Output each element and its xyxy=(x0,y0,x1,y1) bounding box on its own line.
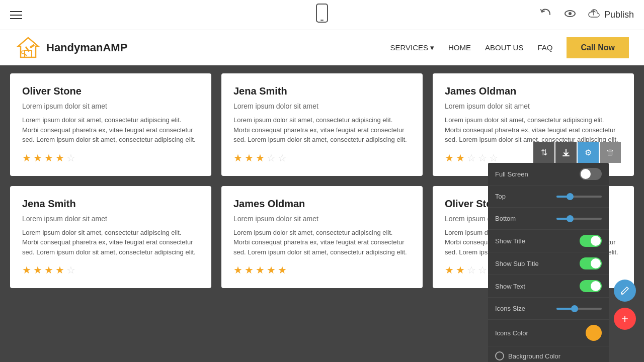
nav-area: SERVICES ▾ HOME ABOUT US FAQ Call Now xyxy=(390,37,629,58)
star-3: ☆ xyxy=(467,264,476,276)
setting-bottom: Bottom xyxy=(488,208,609,230)
bg-color-radio[interactable] xyxy=(495,351,504,360)
star-3: ★ xyxy=(44,264,53,276)
star-3: ★ xyxy=(44,152,53,164)
show-title-toggle[interactable] xyxy=(580,235,602,247)
svg-marker-4 xyxy=(18,38,38,57)
element-toolbar: ⇅ ⚙ 🗑 xyxy=(533,142,621,163)
star-1: ★ xyxy=(445,264,454,276)
settings-panel: Full Screen Top Bottom xyxy=(488,163,609,362)
star-5: ☆ xyxy=(489,152,498,164)
card-subtitle: Lorem ipsum dolor sit amet xyxy=(22,102,199,110)
cloud-icon xyxy=(587,8,600,22)
settings-gear-button[interactable]: ⚙ xyxy=(578,142,599,163)
settings-scroll[interactable]: Full Screen Top Bottom xyxy=(488,163,609,362)
review-card: Jena Smith Lorem ipsum dolor sit amet Lo… xyxy=(221,73,423,176)
publish-button[interactable]: Publish xyxy=(587,8,634,22)
preview-icon[interactable] xyxy=(563,7,577,24)
svg-rect-0 xyxy=(316,4,328,22)
star-4: ★ xyxy=(55,152,64,164)
toolbar-left xyxy=(10,11,22,19)
site-header: HandymanAMP SERVICES ▾ HOME ABOUT US FAQ… xyxy=(0,30,644,65)
card-text: Lorem ipsum dolor sit amet, consectetur … xyxy=(233,228,411,257)
show-text-label: Show Text xyxy=(495,283,525,290)
star-2: ★ xyxy=(456,152,465,164)
bottom-slider[interactable] xyxy=(556,218,602,220)
publish-label: Publish xyxy=(604,10,634,20)
add-float-button[interactable]: + xyxy=(614,308,636,330)
card-subtitle: Lorem ipsum dolor sit amet xyxy=(22,215,199,223)
hamburger-menu[interactable] xyxy=(10,11,22,19)
setting-icons-color: Icons Color xyxy=(488,320,609,346)
setting-bg-color[interactable]: Background Color xyxy=(488,346,609,362)
main-content: Oliver Stone Lorem ipsum dolor sit amet … xyxy=(0,65,644,362)
review-card: Oliver Stone Lorem ipsum dolor sit amet … xyxy=(10,73,211,176)
star-4: ☆ xyxy=(267,152,276,164)
setting-show-subtitle: Show Sub Title xyxy=(488,252,609,275)
card-text: Lorem ipsum dolor sit amet, consectetur … xyxy=(22,115,199,145)
undo-icon[interactable] xyxy=(539,7,553,24)
card-subtitle: Lorem ipsum dolor sit amet xyxy=(233,215,411,223)
star-4: ★ xyxy=(55,264,64,276)
site-brand-name: HandymanAMP xyxy=(46,41,127,54)
star-5: ☆ xyxy=(66,264,75,276)
card-text: Lorem ipsum dolor sit amet, consectetur … xyxy=(445,115,622,145)
star-5: ☆ xyxy=(66,152,75,164)
top-slider[interactable] xyxy=(556,196,602,198)
download-button[interactable] xyxy=(555,142,577,163)
nav-services[interactable]: SERVICES ▾ xyxy=(390,43,434,52)
edit-float-button[interactable] xyxy=(614,280,636,302)
star-rating: ★★★★☆ xyxy=(22,152,199,164)
phone-device-icon xyxy=(314,4,330,26)
card-subtitle: Lorem ipsum dolor sit amet xyxy=(445,102,622,110)
star-1: ★ xyxy=(22,264,31,276)
star-4: ★ xyxy=(267,264,276,276)
card-name: Jena Smith xyxy=(233,85,411,97)
star-2: ★ xyxy=(33,152,42,164)
star-5: ★ xyxy=(278,264,287,276)
top-label: Top xyxy=(495,193,506,200)
star-4: ☆ xyxy=(478,152,487,164)
nav-home[interactable]: HOME xyxy=(448,43,471,52)
card-name: Oliver Stone xyxy=(22,85,199,97)
card-text: Lorem ipsum dolor sit amet, consectetur … xyxy=(22,228,199,257)
icons-size-label: Icons Size xyxy=(495,305,525,312)
sort-button[interactable]: ⇅ xyxy=(533,142,554,163)
icons-color-picker[interactable] xyxy=(586,325,602,341)
card-subtitle: Lorem ipsum dolor sit amet xyxy=(233,102,411,110)
delete-button[interactable]: 🗑 xyxy=(600,142,621,163)
call-now-button[interactable]: Call Now xyxy=(567,37,629,58)
star-3: ★ xyxy=(256,152,265,164)
star-3: ★ xyxy=(256,264,265,276)
toolbar-center xyxy=(314,4,330,26)
full-screen-toggle[interactable] xyxy=(580,168,602,180)
show-subtitle-toggle[interactable] xyxy=(580,257,602,269)
star-3: ☆ xyxy=(467,152,476,164)
review-card: James Oldman Lorem ipsum dolor sit amet … xyxy=(221,186,423,289)
logo-area: HandymanAMP xyxy=(15,35,127,61)
show-text-toggle[interactable] xyxy=(580,280,602,292)
review-card: Jena Smith Lorem ipsum dolor sit amet Lo… xyxy=(10,186,211,289)
setting-top: Top xyxy=(488,186,609,208)
plus-icon: + xyxy=(621,312,628,326)
star-rating: ★★★★★ xyxy=(233,264,411,276)
star-2: ★ xyxy=(456,264,465,276)
star-rating: ★★★☆☆ xyxy=(233,152,411,164)
chevron-down-icon: ▾ xyxy=(430,43,434,52)
nav-faq[interactable]: FAQ xyxy=(537,43,552,52)
nav-about-us[interactable]: ABOUT US xyxy=(485,43,523,52)
setting-icons-size: Icons Size xyxy=(488,298,609,320)
svg-point-3 xyxy=(569,12,572,15)
top-toolbar: Publish xyxy=(0,0,644,30)
bottom-label: Bottom xyxy=(495,215,516,222)
card-name: Jena Smith xyxy=(22,198,199,210)
show-subtitle-label: Show Sub Title xyxy=(495,260,539,267)
show-title-label: Show Title xyxy=(495,237,525,245)
icons-size-slider[interactable] xyxy=(556,308,602,310)
setting-full-screen: Full Screen xyxy=(488,163,609,186)
star-1: ★ xyxy=(233,152,243,164)
full-screen-label: Full Screen xyxy=(495,170,528,178)
icons-color-label: Icons Color xyxy=(495,329,528,337)
star-4: ☆ xyxy=(478,264,487,276)
star-2: ★ xyxy=(245,152,254,164)
